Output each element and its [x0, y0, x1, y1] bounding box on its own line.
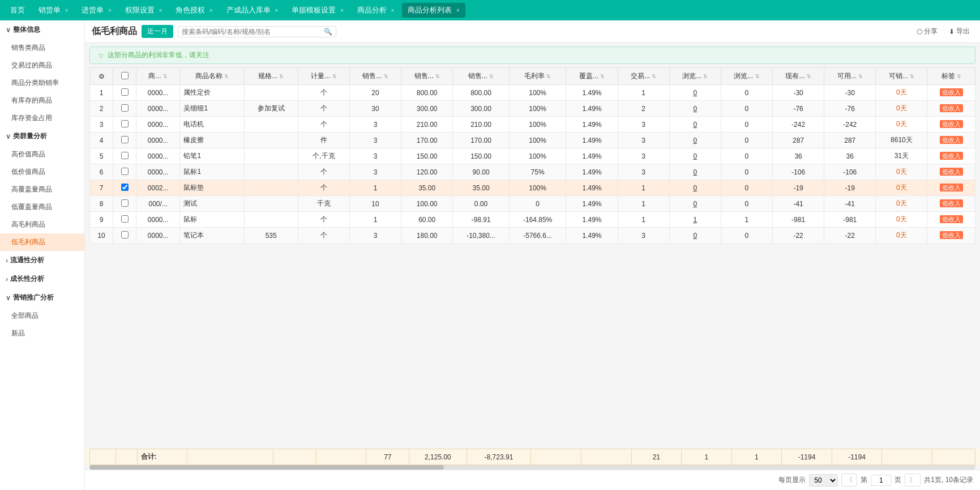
next-page-button[interactable]: 〉	[905, 474, 921, 487]
sidebar-item-low-value[interactable]: 低价值商品	[0, 163, 84, 181]
row-checkbox-cell[interactable]	[113, 148, 136, 164]
sidebar-item-capital[interactable]: 库存资金占用	[0, 109, 84, 127]
nav-template[interactable]: 单据模板设置 ×	[286, 3, 349, 18]
sidebar-item-high-margin[interactable]: 高毛利商品	[0, 216, 84, 233]
row-available: -41	[824, 196, 876, 212]
nav-product-analysis-close[interactable]: ×	[391, 7, 394, 14]
nav-sales-close[interactable]: ×	[65, 7, 69, 14]
nav-home[interactable]: 首页	[5, 3, 31, 18]
nav-permissions-close[interactable]: ×	[159, 7, 162, 14]
col-browse1[interactable]: 浏览... ⇅	[669, 68, 721, 85]
row-margin: -5766.6...	[509, 228, 566, 244]
col-spec[interactable]: 规格... ⇅	[244, 68, 298, 85]
row-checkbox-cell[interactable]	[113, 117, 136, 133]
sidebar-item-high-coverage[interactable]: 高覆盖量商品	[0, 181, 84, 198]
row-sales-qty: 3	[349, 164, 401, 180]
row-checkbox[interactable]	[121, 215, 129, 223]
prev-page-button[interactable]: 〈	[841, 474, 857, 487]
row-checkbox[interactable]	[121, 199, 129, 207]
sidebar-group-marketing[interactable]: ∨ 营销推广分析	[0, 288, 84, 307]
sidebar-item-in-stock[interactable]: 有库存的商品	[0, 92, 84, 109]
sidebar-item-high-value[interactable]: 高价值商品	[0, 146, 84, 163]
share-button[interactable]: ⬡ 分享	[913, 25, 941, 38]
sidebar-item-all-goods[interactable]: 全部商品	[0, 307, 84, 325]
row-tag: 低收入	[927, 101, 975, 117]
nav-purchase[interactable]: 进货单 ×	[76, 3, 117, 18]
col-name[interactable]: 商品名称 ⇅	[180, 68, 244, 85]
col-margin[interactable]: 毛利率 ⇅	[509, 68, 566, 85]
col-sales-amount[interactable]: 销售... ⇅	[453, 68, 510, 85]
row-checkbox[interactable]	[121, 184, 129, 191]
row-browse1[interactable]: 0	[669, 228, 721, 244]
row-checkbox[interactable]	[121, 152, 129, 159]
col-tag[interactable]: 标签 ⇅	[927, 68, 975, 85]
search-input[interactable]	[182, 28, 322, 36]
col-settings[interactable]: ⚙	[90, 68, 113, 85]
row-browse1[interactable]: 1	[669, 212, 721, 228]
col-saleable[interactable]: 可销... ⇅	[876, 68, 927, 85]
col-unit[interactable]: 计量... ⇅	[298, 68, 349, 85]
col-transaction[interactable]: 交易... ⇅	[618, 68, 669, 85]
nav-purchase-close[interactable]: ×	[108, 7, 112, 14]
col-browse2[interactable]: 浏览... ⇅	[721, 68, 772, 85]
nav-product-entry[interactable]: 产成品入库单 ×	[221, 3, 284, 18]
page-number-input[interactable]	[871, 475, 891, 486]
row-browse1[interactable]: 0	[669, 133, 721, 148]
row-checkbox-cell[interactable]	[113, 164, 136, 180]
row-browse1[interactable]: 0	[669, 117, 721, 133]
nav-product-analysis[interactable]: 商品分析 ×	[352, 3, 400, 18]
row-checkbox-cell[interactable]	[113, 196, 136, 212]
row-checkbox-cell[interactable]	[113, 133, 136, 148]
col-current-stock[interactable]: 现有... ⇅	[773, 68, 824, 85]
row-browse1[interactable]: 0	[669, 85, 721, 101]
row-saleable: 0天	[876, 101, 927, 117]
row-browse1[interactable]: 0	[669, 101, 721, 117]
col-available[interactable]: 可用... ⇅	[824, 68, 876, 85]
row-checkbox-cell[interactable]	[113, 212, 136, 228]
nav-product-analysis-list[interactable]: 商品分析列表 ×	[402, 3, 465, 18]
sidebar-item-low-coverage[interactable]: 低覆盖量商品	[0, 198, 84, 216]
row-checkbox[interactable]	[121, 136, 129, 143]
sidebar-item-category-rate[interactable]: 商品分类助销率	[0, 74, 84, 92]
row-browse1[interactable]: 0	[669, 164, 721, 180]
col-coverage[interactable]: 覆盖... ⇅	[566, 68, 618, 85]
row-checkbox[interactable]	[121, 120, 129, 127]
sidebar-group-growth[interactable]: › 成长性分析	[0, 270, 84, 288]
row-checkbox-cell[interactable]	[113, 180, 136, 196]
scroll-thumb[interactable]	[89, 465, 444, 470]
row-checkbox[interactable]	[121, 168, 129, 175]
sidebar-item-low-margin[interactable]: 低毛利商品	[0, 233, 84, 251]
col-code[interactable]: 商... ⇅	[136, 68, 180, 85]
date-filter-button[interactable]: 近一月	[142, 25, 173, 38]
nav-sales[interactable]: 销货单 ×	[33, 3, 74, 18]
row-checkbox[interactable]	[121, 104, 129, 112]
select-all-checkbox[interactable]	[121, 72, 129, 79]
row-checkbox[interactable]	[121, 88, 129, 96]
sidebar-group-circulation[interactable]: › 流通性分析	[0, 251, 84, 270]
total-current-stock: -1194	[782, 449, 832, 465]
col-sales-qty[interactable]: 销售... ⇅	[349, 68, 401, 85]
row-checkbox-cell[interactable]	[113, 101, 136, 117]
row-browse1[interactable]: 0	[669, 148, 721, 164]
sidebar-group-overall[interactable]: ∨ 整体信息	[0, 20, 84, 39]
nav-roles-close[interactable]: ×	[209, 7, 213, 14]
col-sales-price[interactable]: 销售... ⇅	[401, 68, 453, 85]
nav-permissions[interactable]: 权限设置 ×	[119, 3, 168, 18]
nav-product-analysis-list-close[interactable]: ×	[456, 7, 460, 14]
row-checkbox-cell[interactable]	[113, 85, 136, 101]
row-browse1[interactable]: 0	[669, 180, 721, 196]
nav-roles[interactable]: 角色授权 ×	[170, 3, 218, 18]
row-name: 鼠标	[180, 212, 244, 228]
row-checkbox-cell[interactable]	[113, 228, 136, 244]
col-checkbox[interactable]	[113, 68, 136, 85]
nav-product-entry-close[interactable]: ×	[275, 7, 279, 14]
nav-template-close[interactable]: ×	[340, 7, 344, 14]
sidebar-group-cluster[interactable]: ∨ 类群量分析	[0, 127, 84, 146]
row-browse1[interactable]: 0	[669, 196, 721, 212]
sidebar-item-sales-goods[interactable]: 销售类商品	[0, 39, 84, 57]
per-page-select[interactable]: 50 20 100	[809, 474, 838, 487]
sidebar-item-new-goods[interactable]: 新品	[0, 325, 84, 342]
sidebar-item-traded-goods[interactable]: 交易过的商品	[0, 57, 84, 74]
row-checkbox[interactable]	[121, 231, 129, 238]
export-button[interactable]: ⬇ 导出	[945, 25, 973, 38]
